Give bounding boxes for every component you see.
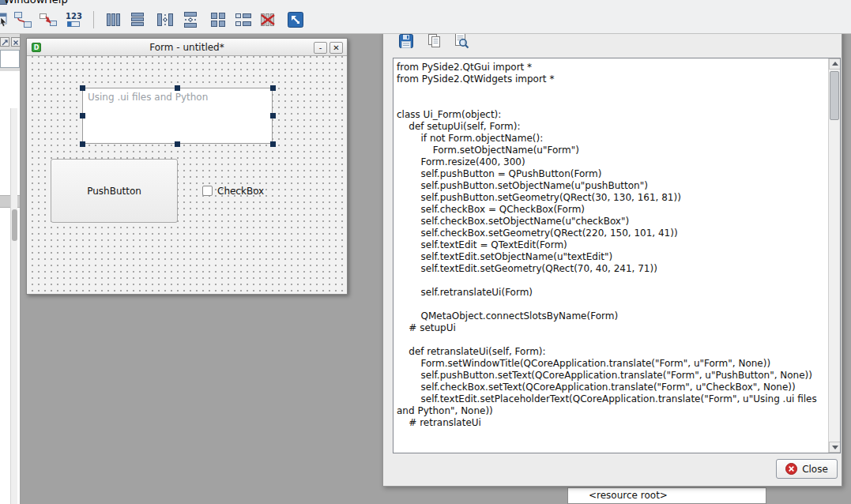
qt-designer-window: Window Help [0,0,851,504]
code-line [397,334,827,346]
scrollbar-thumb[interactable] [830,71,839,120]
checkbox-label: CheckBox [217,186,264,197]
menu-bar: Window Help [0,0,851,6]
checkbox-indicator[interactable] [202,186,213,196]
code-line: self.checkBox.setGeometry(QRect(220, 150… [397,228,827,239]
selection-handle-mid-left[interactable] [80,113,85,118]
close-circle-icon [785,463,797,475]
edit-widgets-button[interactable] [0,9,11,30]
pushbutton-label: PushButton [87,186,141,197]
code-line: Form.setObjectName(u"Form") [397,145,827,156]
layout-grid-icon [209,10,228,29]
code-line: self.textEdit.setGeometry(QRect(70, 40, … [397,263,827,275]
selection-handle-top-left[interactable] [80,85,85,91]
layout-vertical-button[interactable] [127,9,148,30]
code-line: self.textEdit.setObjectName(u"textEdit") [397,251,827,263]
code-line: from PySide2.QtWidgets import * [397,73,827,85]
form-editor-window: D Form - untitled* - ✕ Using .ui files a… [26,38,348,295]
edit-buddies-icon [39,10,58,29]
code-line: Form.setWindowTitle(QCoreApplication.tra… [397,358,827,370]
layout-vertical-icon [128,10,147,29]
dock-close-button[interactable] [11,37,21,47]
menu-window[interactable]: Window [4,0,44,6]
dock-float-button[interactable] [0,37,9,47]
edit-signals-slots-button[interactable] [13,9,33,30]
selection-handle-bottom-center[interactable] [175,141,180,147]
selection-handle-top-center[interactable] [175,85,180,91]
code-line: self.checkBox.setText(QCoreApplication.t… [397,382,827,393]
layout-horizontal-icon [104,10,123,29]
resource-root-item[interactable]: <resource root> [568,488,766,501]
layout-horizontal-button[interactable] [104,9,124,30]
pushbutton-widget[interactable]: PushButton [51,159,178,223]
menu-help[interactable]: Help [44,0,68,6]
resource-browser-fragment: <resource root> [567,487,766,504]
find-icon [453,32,470,50]
textedit-widget[interactable]: Using .ui files and Python [82,88,273,144]
code-line: # retranslateUi [397,417,827,429]
code-line [397,275,827,287]
layout-splitter-horizontal-icon [156,10,175,29]
svg-text:123: 123 [66,12,82,21]
form-window-titlebar[interactable]: D Form - untitled* - ✕ [27,39,347,56]
widget-filter-input[interactable] [0,50,20,68]
code-line: and Python", None)) [397,405,827,417]
layout-form-icon [234,10,253,29]
code-scrollbar[interactable] [828,58,840,453]
edit-widgets-icon [0,10,10,29]
code-line: Form.resize(400, 300) [397,156,827,168]
form-minimize-button[interactable]: - [314,42,327,54]
layout-form-button[interactable] [233,9,254,30]
toolbar-separator [93,11,94,28]
close-dialog-button[interactable]: Close [776,459,838,479]
widget-box-dock-fragment [0,34,21,504]
layout-splitter-vertical-button[interactable] [180,9,201,30]
widget-list-fragment[interactable] [0,71,20,504]
code-line: # setupUi [397,322,827,334]
selection-handle-top-right[interactable] [270,85,276,91]
edit-signals-slots-icon [13,10,32,29]
main-toolbar: 123 [0,6,851,34]
break-layout-button[interactable] [258,9,278,30]
code-line: self.pushButton.setText(QCoreApplication… [397,370,827,382]
close-button-label: Close [802,464,828,475]
adjust-size-icon [286,10,305,29]
edit-tab-order-button[interactable]: 123 [63,9,84,30]
code-line [397,299,827,310]
form-close-button[interactable]: ✕ [329,42,343,54]
code-preview-dialog: from PySide2.QtGui import *from PySide2.… [382,28,842,487]
form-canvas[interactable]: Using .ui files and Python PushButton Ch… [27,56,347,294]
code-line: from PySide2.QtGui import * [397,62,827,73]
arrow-down-icon [832,446,838,449]
selection-handle-mid-right[interactable] [270,113,276,118]
layout-splitter-horizontal-button[interactable] [155,9,175,30]
adjust-size-button[interactable] [285,9,306,30]
code-line: self.retranslateUi(Form) [397,287,827,299]
code-line: self.checkBox = QCheckBox(Form) [397,204,827,216]
widget-list-scrollbar[interactable] [10,108,17,504]
checkbox-widget[interactable]: CheckBox [201,175,281,207]
code-text: from PySide2.QtGui import *from PySide2.… [397,62,827,429]
code-line: self.pushButton = QPushButton(Form) [397,168,827,180]
scroll-up-button[interactable] [829,58,841,70]
copy-icon [426,32,443,50]
widget-list-scrollbar-thumb[interactable] [12,209,17,241]
scroll-down-button[interactable] [829,442,841,453]
selection-handle-bottom-left[interactable] [80,141,85,147]
code-line: self.textEdit = QTextEdit(Form) [397,239,827,251]
selection-handle-bottom-right[interactable] [270,141,276,147]
edit-tab-order-icon: 123 [64,10,83,29]
close-icon [12,39,20,47]
arrow-up-icon [832,62,838,66]
edit-buddies-button[interactable] [38,9,58,30]
code-line: class Ui_Form(object): [397,109,827,121]
layout-grid-button[interactable] [208,9,228,30]
form-file-icon: D [32,43,41,52]
layout-splitter-vertical-icon [181,10,200,29]
float-icon [1,39,9,47]
break-layout-icon [258,10,277,29]
code-line [397,85,827,97]
code-view[interactable]: from PySide2.QtGui import *from PySide2.… [393,58,841,453]
code-line: QMetaObject.connectSlotsByName(Form) [397,310,827,322]
code-line: def retranslateUi(self, Form): [397,346,827,358]
